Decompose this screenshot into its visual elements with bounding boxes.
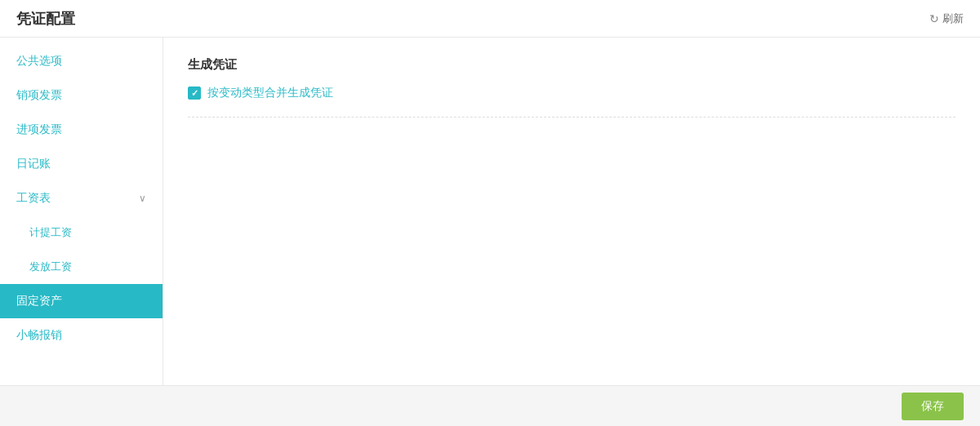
chevron-down-icon: ∨ <box>139 193 146 204</box>
page-wrapper: 凭证配置 ↻ 刷新 公共选项销项发票进项发票日记账工资表∨计提工资发放工资固定资… <box>0 0 980 426</box>
sidebar-item-label: 小畅报销 <box>16 328 62 343</box>
sidebar-item-label: 销项发票 <box>16 88 62 103</box>
sidebar-item-public[interactable]: 公共选项 <box>0 44 163 78</box>
checkbox-label: 按变动类型合并生成凭证 <box>207 86 333 100</box>
merge-checkbox[interactable] <box>188 87 201 100</box>
sidebar-item-journal[interactable]: 日记账 <box>0 147 163 181</box>
sidebar-item-label: 发放工资 <box>29 260 72 274</box>
sidebar-item-fixed-assets[interactable]: 固定资产 <box>0 284 163 318</box>
sidebar-item-payroll[interactable]: 工资表∨ <box>0 181 163 215</box>
sidebar-item-sales-invoice[interactable]: 销项发票 <box>0 78 163 113</box>
refresh-label: 刷新 <box>942 11 964 26</box>
sidebar-item-purchase-invoice[interactable]: 进项发票 <box>0 113 163 147</box>
sidebar-item-label: 工资表 <box>16 191 51 206</box>
sidebar-item-pay-payroll[interactable]: 发放工资 <box>0 250 163 284</box>
refresh-icon: ↻ <box>929 12 939 25</box>
page-footer: 保存 <box>0 385 980 426</box>
main-content: 生成凭证 按变动类型合并生成凭证 <box>163 38 980 385</box>
sidebar-item-label: 固定资产 <box>16 294 62 308</box>
save-button[interactable]: 保存 <box>902 393 964 420</box>
sidebar-item-label: 计提工资 <box>29 225 72 240</box>
sidebar-item-label: 进项发票 <box>16 122 62 137</box>
sidebar: 公共选项销项发票进项发票日记账工资表∨计提工资发放工资固定资产小畅报销 <box>0 38 163 385</box>
checkbox-row: 按变动类型合并生成凭证 <box>188 86 956 100</box>
sidebar-item-calc-payroll[interactable]: 计提工资 <box>0 215 163 250</box>
sidebar-item-expense[interactable]: 小畅报销 <box>0 318 163 353</box>
sidebar-item-label: 日记账 <box>16 157 51 171</box>
sidebar-item-label: 公共选项 <box>16 54 62 69</box>
body-layout: 公共选项销项发票进项发票日记账工资表∨计提工资发放工资固定资产小畅报销 生成凭证… <box>0 38 980 385</box>
refresh-button[interactable]: ↻ 刷新 <box>929 11 964 26</box>
section-divider <box>188 117 956 118</box>
page-header: 凭证配置 ↻ 刷新 <box>0 0 980 38</box>
section-title: 生成凭证 <box>188 57 956 73</box>
page-title: 凭证配置 <box>16 9 75 29</box>
